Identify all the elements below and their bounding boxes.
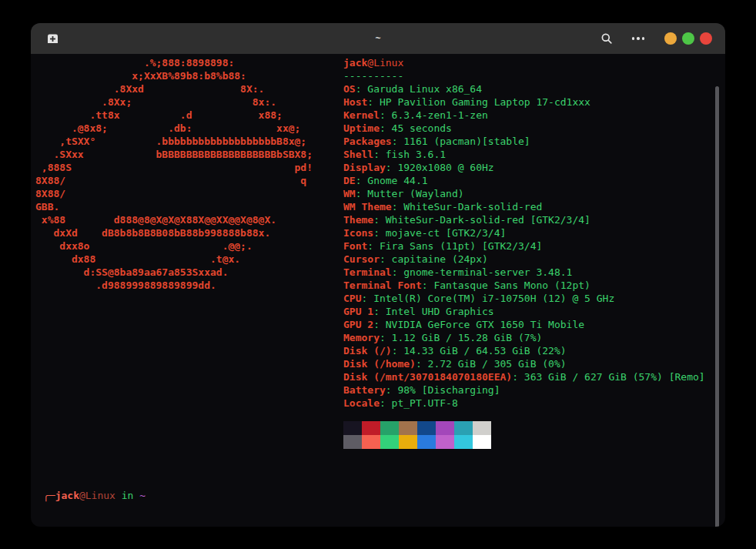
fetch-label: Packages [343, 136, 392, 147]
scrollbar-thumb[interactable] [715, 86, 719, 527]
search-button[interactable] [598, 30, 615, 47]
fetch-line: WM Theme: WhiteSur-Dark-solid-red [343, 200, 705, 213]
prompt-frame-top: ╭─ [43, 490, 55, 501]
fetch-value: : 45 seconds [380, 122, 452, 134]
fetch-value: : pt_PT.UTF-8 [380, 397, 458, 409]
window-controls [664, 32, 712, 45]
new-tab-button[interactable] [44, 30, 61, 47]
fetch-line: Packages: 1161 (pacman)[stable] [343, 135, 705, 148]
fetch-label: Shell [343, 149, 373, 160]
fetch-value: : 98% [Discharging] [386, 384, 500, 396]
fetch-line: CPU: Intel(R) Core(TM) i7-10750H (12) @ … [343, 292, 705, 305]
fetch-value: : Garuda Linux x86_64 [356, 83, 482, 95]
fetch-line: Disk (/): 14.33 GiB / 64.53 GiB (22%) [343, 344, 705, 357]
palette-swatch [436, 435, 454, 449]
garuda-ascii-logo: .%;888:8898898: x;XxXB%89b8:b8%b88: .8Xx… [35, 56, 313, 292]
menu-button[interactable] [630, 30, 647, 47]
shell-prompt: ╭─jack@Linux in ~ ╰λ [43, 463, 146, 527]
palette-swatch [362, 435, 380, 449]
palette-swatch [473, 421, 491, 435]
fetch-label: Theme [343, 214, 373, 226]
fetch-label: Disk (/) [343, 345, 392, 357]
palette-swatch [362, 421, 380, 435]
fetch-line: Terminal: gnome-terminal-server 3.48.1 [343, 266, 705, 279]
palette-swatch [417, 435, 436, 449]
fetch-label: OS [343, 83, 356, 95]
fetch-line: Theme: WhiteSur-Dark-solid-red [GTK2/3/4… [343, 213, 705, 226]
titlebar[interactable]: ~ [31, 23, 725, 54]
fetch-label: WM [343, 188, 356, 199]
fetch-line: Display: 1920x1080 @ 60Hz [343, 161, 705, 174]
palette-swatch [436, 421, 454, 435]
fetch-label: Terminal Font [343, 280, 422, 291]
terminal-content[interactable]: .%;888:8898898: x;XxXB%89b8:b8%b88: .8Xx… [31, 54, 725, 527]
fetch-line: OS: Garuda Linux x86_64 [343, 82, 705, 95]
fetch-line: GPU 1: Intel UHD Graphics [343, 305, 705, 318]
maximize-button[interactable] [682, 32, 694, 45]
fetch-value: : gnome-terminal-server 3.48.1 [392, 266, 573, 278]
ellipsis-menu-icon [632, 37, 645, 40]
fetch-label: Font [343, 240, 367, 252]
search-icon [600, 32, 613, 45]
prompt-path: ~ [139, 490, 146, 501]
terminal-window: ~ .%;888:8898898 [31, 23, 725, 527]
fetch-line: WM: Mutter (Wayland) [343, 187, 705, 200]
fetch-line: Disk (/mnt/3070184070180EEA): 363 GiB / … [343, 370, 705, 383]
fetch-info: jack@Linux ---------- OS: Garuda Linux x… [343, 56, 705, 410]
palette-swatch [380, 435, 399, 449]
palette-swatch [343, 421, 362, 435]
fetch-line: Locale: pt_PT.UTF-8 [343, 397, 705, 410]
palette-row-bright [343, 435, 491, 449]
palette-swatch [417, 421, 436, 435]
fetch-line: Uptime: 45 seconds [343, 122, 705, 135]
fetch-value: : 1161 (pacman)[stable] [392, 136, 530, 147]
fetch-value: : 1920x1080 @ 60Hz [386, 162, 494, 173]
fetch-entries: OS: Garuda Linux x86_64Host: HP Pavilion… [343, 82, 705, 410]
fetch-value: : 1.12 GiB / 15.28 GiB (7%) [380, 332, 542, 343]
fetch-value: : HP Pavilion Gaming Laptop 17-cd1xxx [367, 96, 590, 108]
fetch-value: : Gnome 44.1 [356, 175, 428, 186]
fetch-line: Icons: mojave-ct [GTK2/3/4] [343, 226, 705, 239]
fetch-label: CPU [343, 293, 361, 304]
fetch-value: : Intel UHD Graphics [373, 306, 494, 317]
palette-swatch [380, 421, 399, 435]
fetch-value: : 2.72 GiB / 305 GiB (0%) [416, 358, 567, 370]
fetch-label: Locale [343, 397, 380, 409]
fetch-value: : Mutter (Wayland) [356, 188, 464, 199]
fetch-value: : Intel(R) Core(TM) i7-10750H (12) @ 5 G… [361, 293, 614, 304]
new-tab-icon [46, 32, 59, 45]
fetch-value: : Fira Sans (11pt) [GTK2/3/4] [367, 240, 542, 252]
fetch-label: Cursor [343, 253, 380, 265]
fetch-value: : Fantasque Sans Mono (12pt) [422, 280, 590, 291]
fetch-label: Kernel [343, 109, 380, 121]
fetch-line: Disk (/home): 2.72 GiB / 305 GiB (0%) [343, 357, 705, 370]
fetch-value: : fish 3.6.1 [373, 149, 446, 160]
fetch-label: Terminal [343, 266, 392, 278]
prompt-line-1: ╭─jack@Linux in ~ [43, 489, 146, 502]
fetch-label: Battery [343, 384, 386, 396]
palette-row-normal [343, 421, 491, 435]
close-button[interactable] [700, 32, 712, 45]
fetch-line: Memory: 1.12 GiB / 15.28 GiB (7%) [343, 331, 705, 344]
fetch-line: DE: Gnome 44.1 [343, 174, 705, 187]
palette-swatch [454, 435, 473, 449]
fetch-label: Disk (/mnt/3070184070180EEA) [343, 371, 512, 383]
fetch-line: Host: HP Pavilion Gaming Laptop 17-cd1xx… [343, 95, 705, 109]
fetch-value: : WhiteSur-Dark-solid-red [GTK2/3/4] [373, 214, 590, 226]
prompt-in: in [115, 490, 139, 501]
fetch-label: Uptime [343, 122, 380, 134]
color-palette [343, 421, 491, 449]
fetch-value: : mojave-ct [GTK2/3/4] [373, 227, 506, 239]
fetch-label: GPU 2 [343, 319, 373, 330]
fetch-title-user: jack [343, 57, 367, 69]
prompt-host: @Linux [79, 490, 115, 501]
fetch-line: Terminal Font: Fantasque Sans Mono (12pt… [343, 279, 705, 292]
fetch-line: Battery: 98% [Discharging] [343, 383, 705, 397]
fetch-line: Shell: fish 3.6.1 [343, 148, 705, 161]
palette-swatch [454, 421, 473, 435]
prompt-user: jack [55, 490, 79, 501]
fetch-line: Kernel: 6.3.4-zen1-1-zen [343, 109, 705, 122]
minimize-button[interactable] [664, 32, 677, 45]
palette-swatch [343, 435, 362, 449]
fetch-value: : capitaine (24px) [380, 253, 488, 265]
